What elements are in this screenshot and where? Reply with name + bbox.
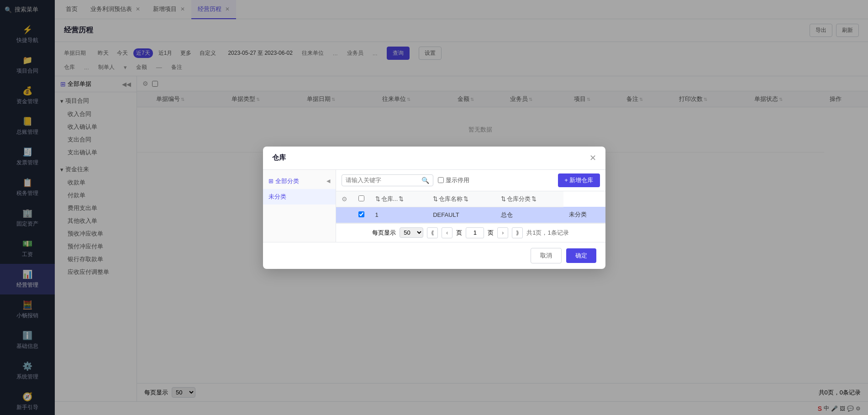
dialog-table: ⚙ ⇅ 仓库... ⇅: [336, 191, 605, 223]
last-page-btn[interactable]: ⟫: [512, 227, 523, 238]
table-row[interactable]: 1 DEFAULT 总仓 未分类: [336, 207, 605, 223]
category-all[interactable]: ⊞ 全部分类 ◀: [263, 173, 336, 189]
select-all-dialog[interactable]: [358, 195, 364, 201]
add-warehouse-button[interactable]: + 新增仓库: [558, 173, 600, 187]
td-id: 1: [370, 207, 428, 223]
collapse-category-btn[interactable]: ◀: [326, 178, 330, 184]
th-warehouse-id: ⇅ 仓库... ⇅: [370, 191, 428, 207]
page-label: 页: [456, 229, 462, 237]
dialog-categories: ⊞ 全部分类 ◀ 未分类: [263, 170, 336, 242]
dialog-overlay: 仓库 ✕ ⊞ 全部分类 ◀ 未分类: [0, 0, 868, 415]
th-warehouse-category: ⇅ 仓库分类 ⇅: [495, 191, 563, 207]
th-checkbox-dialog: [353, 191, 370, 207]
dialog-footer: 取消 确定: [263, 242, 605, 269]
show-disabled-checkbox[interactable]: [438, 177, 444, 183]
td-settings: [336, 207, 353, 223]
td-checkbox: [353, 207, 370, 223]
category-all-label: 全部分类: [275, 177, 299, 185]
grid-icon-dialog: ⊞: [268, 178, 274, 184]
show-disabled-label: 显示停用: [446, 176, 469, 184]
first-page-btn[interactable]: ⟪: [427, 227, 438, 238]
td-code: DEFAULT: [427, 207, 495, 223]
page-of-label: 页: [488, 229, 494, 237]
dialog-search-input[interactable]: [346, 177, 419, 184]
td-category: 未分类: [563, 207, 605, 223]
sort-down-icon: ⇅: [399, 195, 404, 202]
dialog-search-box: 🔍: [342, 174, 433, 186]
next-page-btn[interactable]: ›: [497, 227, 508, 238]
dialog-search-icon: 🔍: [421, 177, 429, 184]
dialog-pagination: 每页显示 50 100 ⟪ ‹ 页 页 › ⟫ 共1页，1条记录: [336, 223, 605, 242]
prev-page-btn[interactable]: ‹: [442, 227, 452, 238]
per-page-select-dialog[interactable]: 50 100: [400, 227, 423, 238]
confirm-button[interactable]: 确定: [566, 248, 596, 263]
gear-icon-table[interactable]: ⚙: [342, 195, 347, 203]
show-disabled-toggle: 显示停用: [438, 176, 469, 184]
dialog-body: ⊞ 全部分类 ◀ 未分类 🔍: [263, 170, 605, 242]
sort-up-icon: ⇅: [375, 195, 380, 202]
row-checkbox[interactable]: [358, 211, 364, 217]
sort-down-icon-3: ⇅: [531, 195, 537, 202]
per-page-label-dialog: 每页显示: [372, 229, 396, 237]
page-number-input[interactable]: [466, 227, 484, 238]
dialog-right: 🔍 显示停用 + 新增仓库: [336, 170, 605, 242]
th-warehouse-name: ⇅ 仓库名称 ⇅: [427, 191, 495, 207]
dialog-header: 仓库 ✕: [263, 147, 605, 170]
sort-down-icon-2: ⇅: [463, 195, 468, 202]
toolbar-left: 🔍 显示停用: [342, 174, 469, 186]
warehouse-dialog: 仓库 ✕ ⊞ 全部分类 ◀ 未分类: [263, 147, 605, 269]
pagination-total: 共1页，1条记录: [526, 229, 568, 237]
warehouse-table: ⚙ ⇅ 仓库... ⇅: [336, 191, 605, 223]
dialog-title: 仓库: [272, 153, 286, 162]
sort-up-icon-2: ⇅: [433, 195, 438, 202]
dialog-close-button[interactable]: ✕: [589, 153, 596, 163]
sort-up-icon-3: ⇅: [501, 195, 506, 202]
th-settings: ⚙: [336, 191, 353, 207]
category-unclassified-label: 未分类: [268, 193, 286, 200]
category-unclassified[interactable]: 未分类: [263, 189, 336, 205]
dialog-toolbar: 🔍 显示停用 + 新增仓库: [336, 170, 605, 191]
td-name: 总仓: [495, 207, 563, 223]
cancel-button[interactable]: 取消: [531, 248, 562, 263]
